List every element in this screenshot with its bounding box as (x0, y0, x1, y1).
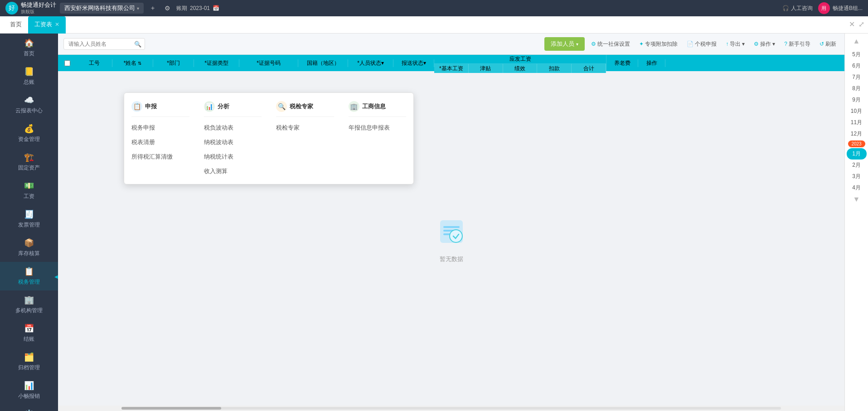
tax-management-popup: 📋 申报 税务申报 税表清册 所得税汇算清缴 📊 分析 税负波动表 纳税波动表 … (124, 92, 414, 184)
rp-month-10[interactable]: 10月 (847, 106, 867, 117)
operation-btn[interactable]: ⚙ 操作 ▾ (751, 39, 778, 50)
export-btn[interactable]: ↑ 导出 ▾ (723, 39, 747, 50)
rp-up-arrow[interactable]: ▲ (851, 35, 862, 47)
popup-item-tax-wave[interactable]: 纳税波动表 (204, 135, 262, 150)
rp-month-8[interactable]: 8月 (847, 83, 867, 94)
sidebar-item-archive[interactable]: 🗂️ 归档管理 (0, 348, 58, 376)
scrollbar-track[interactable] (121, 407, 781, 410)
scrollbar-thumb[interactable] (121, 407, 221, 410)
popup-item-income-estimate[interactable]: 收入测算 (204, 164, 262, 179)
sidebar-label-invoice: 发票管理 (18, 221, 40, 229)
rp-month-4[interactable]: 4月 (847, 182, 867, 193)
svg-point-4 (450, 230, 462, 242)
new-guide-icon: ? (784, 41, 787, 47)
add-company-btn[interactable]: ＋ (147, 3, 158, 14)
rp-month-12[interactable]: 12月 (847, 128, 867, 140)
logo-title: 畅捷通好会计 (21, 1, 56, 9)
th-status[interactable]: *人员状态 ▾ (348, 59, 393, 67)
top-bar-right: 🎧 人工咨询 用 畅捷通B组... (782, 2, 863, 14)
sidebar: 🏠 首页 📒 总账 ☁️ 云报表中心 💰 资金管理 🏗️ 固定资产 💵 工资 🧾… (0, 34, 58, 411)
sidebar-item-xiaochang[interactable]: 📊 小畅报销 (0, 376, 58, 405)
popup-item-tax-list[interactable]: 税表清册 (131, 135, 189, 150)
rp-month-6[interactable]: 6月 (847, 60, 867, 72)
sidebar-item-close[interactable]: 📅 结账 (0, 319, 58, 348)
svg-rect-1 (443, 226, 460, 228)
rp-month-2[interactable]: 2月 (847, 160, 867, 171)
popup-item-tax-declaration[interactable]: 税务申报 (131, 121, 189, 135)
th-nation: 国籍（地区） (298, 59, 348, 67)
tab-salary[interactable]: 工资表 ✕ (28, 16, 66, 34)
add-btn-label: 添加人员 (551, 40, 574, 48)
th-name[interactable]: *姓名 ⇅ (112, 59, 153, 67)
select-all-checkbox[interactable] (64, 60, 70, 66)
operation-icon: ⚙ (754, 41, 759, 47)
logo-icon: 好 (5, 2, 18, 15)
sidebar-item-cloud-report[interactable]: ☁️ 云报表中心 (0, 91, 58, 119)
th-checkbox[interactable] (58, 60, 76, 66)
main-layout: 🏠 首页 📒 总账 ☁️ 云报表中心 💰 资金管理 🏗️ 固定资产 💵 工资 🧾… (0, 34, 868, 411)
rp-month-9[interactable]: 9月 (847, 94, 867, 106)
th-id: 工号 (76, 59, 112, 67)
analysis-header-icon: 📊 (204, 101, 215, 112)
sidebar-item-settings[interactable]: ⚙️ 基础设置 (0, 405, 58, 411)
tab-home[interactable]: 首页 (4, 16, 28, 34)
company-selector[interactable]: 西安虾米网络科技有限公司 ▾ (60, 3, 144, 14)
social-security-btn[interactable]: ⚙ 统一社保设置 (588, 39, 633, 50)
fund-icon: 💰 (24, 124, 34, 134)
sidebar-item-multi-org[interactable]: 🏢 多机构管理 (0, 290, 58, 319)
personal-tax-btn[interactable]: 📄 个税申报 (684, 39, 719, 50)
sidebar-item-invoice[interactable]: 🧾 发票管理 (0, 205, 58, 233)
th-report-status[interactable]: 报送状态 ▾ (393, 59, 434, 67)
add-person-btn[interactable]: 添加人员 ▾ (544, 37, 585, 51)
tab-salary-close[interactable]: ✕ (55, 21, 59, 28)
logo-text-area: 畅捷通好会计 旗舰版 (21, 1, 56, 15)
popup-item-income-tax[interactable]: 所得税汇算清缴 (131, 150, 189, 164)
export-label: 导出 (730, 40, 741, 48)
rp-month-3[interactable]: 3月 (847, 171, 867, 182)
user-service-btn[interactable]: 🎧 人工咨询 (782, 5, 813, 12)
rp-month-1[interactable]: 1月 (847, 148, 867, 160)
sidebar-item-fund[interactable]: 💰 资金管理 (0, 119, 58, 148)
popup-col-analysis: 📊 分析 税负波动表 纳税波动表 纳税统计表 收入测算 (197, 93, 269, 184)
tab-salary-label: 工资表 (34, 20, 52, 29)
search-input[interactable] (63, 38, 145, 50)
sidebar-item-salary[interactable]: 💵 工资 (0, 176, 58, 205)
popup-item-tax-burden[interactable]: 税负波动表 (204, 121, 262, 135)
search-wrap: 🔍 (63, 38, 145, 50)
report-header-icon: 📋 (131, 101, 142, 112)
refresh-icon: ↺ (820, 41, 824, 47)
popup-col-report: 📋 申报 税务申报 税表清册 所得税汇算清缴 (124, 93, 197, 184)
sidebar-item-tax[interactable]: 📋 税务管理 ◀ (0, 262, 58, 290)
ledger-icon: 📒 (24, 67, 34, 77)
toolbar: 🔍 添加人员 ▾ ⚙ 统一社保设置 ✦ 专项附加扣除 📄 个税申报 ↑ 导出 (58, 34, 844, 55)
panel-expand-btn[interactable]: ⤢ (858, 20, 864, 29)
special-deduct-btn[interactable]: ✦ 专项附加扣除 (636, 39, 680, 50)
panel-close-btn[interactable]: ✕ (849, 20, 855, 29)
sidebar-item-ledger[interactable]: 📒 总账 (0, 62, 58, 91)
popup-title-analysis: 分析 (218, 102, 229, 111)
refresh-btn[interactable]: ↺ 刷新 (817, 39, 839, 50)
new-guide-btn[interactable]: ? 新手引导 (781, 39, 813, 50)
calendar-icon[interactable]: 📅 (213, 5, 219, 11)
sort-name-icon: ⇅ (138, 61, 141, 66)
rp-month-11[interactable]: 11月 (847, 117, 867, 128)
inventory-icon: 📦 (24, 238, 34, 248)
sidebar-item-inventory[interactable]: 📦 库存核算 (0, 233, 58, 262)
tax-arrow-icon: ◀ (54, 274, 58, 279)
th-operations: 操作 (638, 59, 665, 67)
popup-item-expert[interactable]: 税检专家 (276, 121, 334, 135)
rp-down-arrow[interactable]: ▼ (851, 193, 862, 205)
popup-title-expert: 税检专家 (290, 102, 313, 111)
popup-item-tax-stats[interactable]: 纳税统计表 (204, 150, 262, 164)
sidebar-label-home: 首页 (24, 50, 34, 58)
close-period-icon: 📅 (24, 324, 34, 334)
rp-month-7[interactable]: 7月 (847, 72, 867, 83)
sidebar-item-home[interactable]: 🏠 首页 (0, 34, 58, 62)
sidebar-label-fixed: 固定资产 (18, 164, 40, 172)
popup-item-annual-report[interactable]: 年报信息申报表 (349, 121, 407, 135)
sidebar-item-fixed-assets[interactable]: 🏗️ 固定资产 (0, 148, 58, 176)
special-deduct-label: 专项附加扣除 (645, 40, 678, 48)
rp-month-5[interactable]: 5月 (847, 49, 867, 60)
user-area[interactable]: 用 畅捷通B组... (818, 2, 863, 14)
settings-icon[interactable]: ⚙ (162, 3, 173, 14)
